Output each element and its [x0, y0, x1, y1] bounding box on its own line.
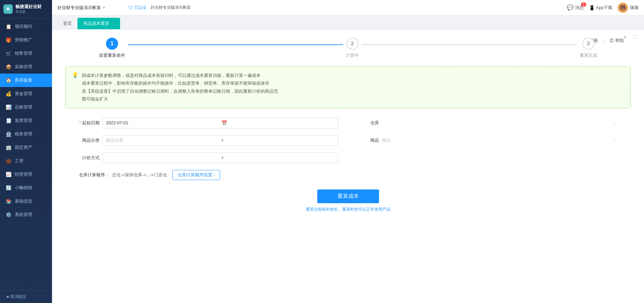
warehouse-order-settings-button[interactable]: 仓库计算顺序设置 › [172, 170, 220, 180]
step-3: 3 重算完成 [580, 38, 597, 58]
start-date-group: 起始日期 2022-07-01 📅 [79, 118, 338, 128]
price-method-label: 计价方式 [79, 155, 102, 161]
page-content: × ⛶ ▷ 视频 | ② 帮助 1 设置重算条件 2 计算中 [52, 30, 644, 303]
message-button[interactable]: 💬 消息 1 [567, 4, 584, 11]
start-date-value: 2022-07-01 [106, 120, 219, 125]
sidebar-item-label: 采购管理 [15, 64, 32, 70]
account-selector[interactable]: 好业财专业版演示帐套 ▾ [57, 5, 124, 11]
user-name: 珠珠 [630, 5, 639, 11]
step-2: 2 计算中 [346, 38, 359, 58]
base-icon: 📚 [5, 199, 11, 204]
sidebar-item-label: 项目顾问 [15, 24, 32, 30]
sidebar-header: 畅 畅捷通好业财 专业版 [0, 0, 52, 18]
category-arrow-icon: ▾ [221, 138, 334, 143]
invoice-icon: 🧾 [5, 118, 11, 123]
sidebar-item-marketing[interactable]: 🎁 营销推广 [0, 33, 52, 47]
sidebar-nav: 📋 项目顾问 🎁 营销推广 🛒 销售管理 📦 采购管理 🏠 库存核算 💰 资金管… [0, 18, 52, 290]
sales-icon: 🛒 [5, 51, 11, 56]
sidebar-item-system[interactable]: ⚙️ 系统管理 [0, 208, 52, 221]
warehouse-order-value: 总仓->深圳仓库->...->门店仓 [112, 172, 167, 178]
form-row-1: 起始日期 2022-07-01 📅 仓库 ··· [79, 118, 617, 128]
sidebar-item-tax[interactable]: 🏦 税务管理 [0, 127, 52, 141]
sidebar-item-label: 经营管理 [15, 171, 32, 177]
tab-recalc[interactable]: 商品成本重算 × [77, 18, 120, 29]
step-2-circle: 2 [346, 38, 359, 50]
message-icon: 💬 [567, 4, 574, 11]
app-icon: 📱 [589, 5, 595, 10]
project-icon: 📋 [5, 24, 11, 29]
sidebar-item-project[interactable]: 📋 项目顾问 [0, 20, 52, 33]
verified-label: 已认证 [135, 5, 147, 10]
product-input[interactable]: 商品 ··· [382, 135, 618, 146]
verified-account: 好业财专业版演示帐套 [151, 5, 191, 10]
recalc-hint: 重算过程耗时较长，重算时您可以正常使用产品 [65, 207, 631, 212]
step-3-circle: 3 [582, 38, 594, 50]
category-group: 商品分类 商品分类 ▾ [79, 135, 338, 146]
category-placeholder: 商品分类 [106, 137, 219, 143]
sidebar-item-salary[interactable]: 💼 工资 [0, 154, 52, 168]
main-content: 好业财专业版演示帐套 ▾ 🛡 已认证 好业财专业版演示帐套 💬 消息 1 📱 A… [52, 0, 644, 303]
unpin-label: ◄ 取消固定 [5, 294, 26, 300]
tab-home[interactable]: 首页 [57, 18, 77, 29]
start-date-input[interactable]: 2022-07-01 📅 [102, 118, 338, 128]
category-label: 商品分类 [79, 137, 102, 143]
sidebar: 畅 畅捷通好业财 专业版 📋 项目顾问 🎁 营销推广 🛒 销售管理 📦 采购管理… [0, 0, 52, 303]
sidebar-item-expense[interactable]: 🔄 小畅报销 [0, 181, 52, 194]
product-placeholder: 商品 [382, 137, 612, 143]
category-select[interactable]: 商品分类 ▾ [102, 135, 338, 146]
product-group: 商品 商品 ··· [358, 135, 618, 146]
sidebar-unpin-button[interactable]: ◄ 取消固定 [0, 290, 52, 303]
app-logo: 畅 [3, 4, 13, 14]
info-box: 💡 因成本计算参数调整，或是对商品成本有疑问时，可以通过成本重算功能，重新计算一… [65, 67, 631, 108]
step-line-1 [128, 44, 343, 45]
app-download-button[interactable]: 📱 App下载 [589, 5, 612, 11]
app-download-label: App下载 [596, 5, 612, 11]
system-icon: ⚙️ [5, 212, 11, 217]
expense-icon: 🔄 [5, 185, 11, 190]
tabbar: 首页 商品成本重算 × [52, 15, 644, 30]
calendar-icon: 📅 [221, 120, 334, 126]
sidebar-item-label: 资金管理 [15, 91, 32, 97]
avatar: 🐻 [618, 3, 628, 13]
sidebar-item-operation[interactable]: 📈 经营管理 [0, 168, 52, 181]
form-section: 起始日期 2022-07-01 📅 仓库 ··· 商品分类 [65, 118, 631, 180]
tab-close-button[interactable]: × [112, 21, 114, 26]
sidebar-item-accounting[interactable]: 📊 总账管理 [0, 100, 52, 114]
account-dropdown-icon[interactable]: ▾ [103, 5, 105, 10]
sidebar-item-purchase[interactable]: 📦 采购管理 [0, 60, 52, 74]
warehouse-label: 仓库 [358, 120, 382, 126]
price-method-select[interactable]: ▾ [102, 153, 338, 163]
sidebar-item-sales[interactable]: 🛒 销售管理 [0, 47, 52, 60]
sidebar-item-invoice[interactable]: 🧾 发票管理 [0, 114, 52, 127]
sidebar-item-base[interactable]: 📚 基础信息 [0, 194, 52, 208]
inventory-icon: 🏠 [5, 78, 11, 83]
tab-recalc-label: 商品成本重算 [83, 20, 109, 27]
message-badge: 1 [581, 2, 586, 7]
sidebar-item-assets[interactable]: 🏢 固定资产 [0, 141, 52, 154]
sidebar-item-finance[interactable]: 💰 资金管理 [0, 87, 52, 100]
warehouse-order-label: 仓库计算顺序： [79, 172, 109, 178]
tax-icon: 🏦 [5, 131, 11, 137]
assets-icon: 🏢 [5, 145, 11, 150]
operation-icon: 📈 [5, 172, 11, 177]
price-method-group: 计价方式 ▾ [79, 153, 338, 163]
tab-home-label: 首页 [63, 20, 72, 27]
sidebar-item-inventory[interactable]: 🏠 库存核算 [0, 74, 52, 87]
price-method-arrow-icon: ▾ [221, 155, 334, 160]
user-profile[interactable]: 🐻 珠珠 [618, 3, 639, 13]
info-line-4: 围可能会扩大 [82, 95, 278, 103]
marketing-icon: 🎁 [5, 37, 11, 43]
warehouse-group: 仓库 ··· [358, 118, 618, 128]
info-line-3: 若【系统设置】中启用了自动调整记账日期时，会调整入库单的整单记账日期，因此重新计… [82, 87, 278, 95]
info-text: 因成本计算参数调整，或是对商品成本有疑问时，可以通过成本重算功能，重新计算一遍成… [82, 72, 278, 103]
sidebar-item-label: 税务管理 [15, 131, 32, 137]
recalc-button[interactable]: 重算成本 [317, 189, 379, 203]
warehouse-input[interactable]: ··· [382, 118, 618, 128]
salary-icon: 💼 [5, 158, 11, 164]
expand-window-button[interactable]: ⛶ [631, 34, 639, 41]
step-line-2 [362, 44, 577, 45]
product-label: 商品 [358, 137, 382, 143]
sidebar-item-label: 库存核算 [15, 77, 32, 83]
info-line-2: 成本重算过程中，影响库存账的操作均不能操作，比如进货单、销货单、库存单据不能审核… [82, 79, 278, 87]
sidebar-item-label: 发票管理 [15, 118, 32, 124]
